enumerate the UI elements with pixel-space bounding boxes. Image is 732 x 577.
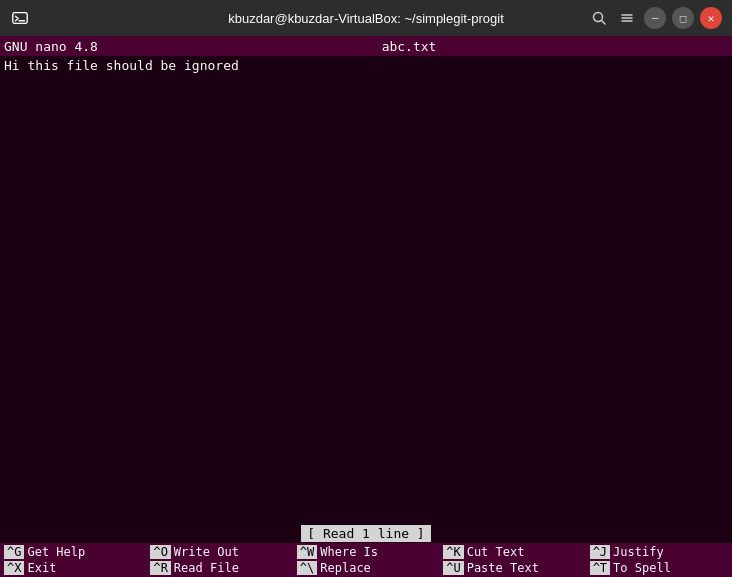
- title-bar-left: [10, 8, 30, 28]
- shortcut-row-2: ^X Exit ^R Read File ^\ Replace ^U Paste…: [0, 560, 732, 576]
- shortcut-label-read-file: Read File: [174, 561, 239, 575]
- close-button[interactable]: ✕: [700, 7, 722, 29]
- shortcut-label-to-spell: To Spell: [613, 561, 671, 575]
- terminal-window: kbuzdar@kbuzdar-VirtualBox: ~/simplegit-…: [0, 0, 732, 577]
- shortcut-key-to-spell: ^T: [590, 561, 610, 575]
- maximize-button[interactable]: □: [672, 7, 694, 29]
- nano-content-area[interactable]: Hi this file should be ignored: [0, 56, 732, 523]
- shortcut-key-read-file: ^R: [150, 561, 170, 575]
- window-title: kbuzdar@kbuzdar-VirtualBox: ~/simplegit-…: [228, 11, 504, 26]
- shortcut-row-1: ^G Get Help ^O Write Out ^W Where Is ^K …: [0, 544, 732, 560]
- menu-button[interactable]: [616, 7, 638, 29]
- shortcut-label-paste-text: Paste Text: [467, 561, 539, 575]
- shortcut-label-justify: Justify: [613, 545, 664, 559]
- shortcut-label-cut-text: Cut Text: [467, 545, 525, 559]
- shortcut-key-exit: ^X: [4, 561, 24, 575]
- svg-line-3: [602, 21, 606, 25]
- shortcut-bar: ^G Get Help ^O Write Out ^W Where Is ^K …: [0, 543, 732, 577]
- shortcut-label-get-help: Get Help: [27, 545, 85, 559]
- status-message: [ Read 1 line ]: [301, 525, 430, 542]
- shortcut-paste-text: ^U Paste Text: [439, 560, 585, 576]
- shortcut-key-write-out: ^O: [150, 545, 170, 559]
- shortcut-cut-text: ^K Cut Text: [439, 544, 585, 560]
- title-bar: kbuzdar@kbuzdar-VirtualBox: ~/simplegit-…: [0, 0, 732, 36]
- shortcut-where-is: ^W Where Is: [293, 544, 439, 560]
- window-controls: ─ □ ✕: [588, 7, 722, 29]
- shortcut-read-file: ^R Read File: [146, 560, 292, 576]
- shortcut-label-where-is: Where Is: [320, 545, 378, 559]
- nano-filename: abc.txt: [382, 39, 437, 54]
- shortcut-get-help: ^G Get Help: [0, 544, 146, 560]
- minimize-button[interactable]: ─: [644, 7, 666, 29]
- shortcut-label-replace: Replace: [320, 561, 371, 575]
- content-line-1: Hi this file should be ignored: [4, 58, 728, 73]
- search-button[interactable]: [588, 7, 610, 29]
- shortcut-exit: ^X Exit: [0, 560, 146, 576]
- shortcut-replace: ^\ Replace: [293, 560, 439, 576]
- shortcut-key-paste-text: ^U: [443, 561, 463, 575]
- shortcut-label-write-out: Write Out: [174, 545, 239, 559]
- shortcut-to-spell: ^T To Spell: [586, 560, 732, 576]
- shortcut-key-cut-text: ^K: [443, 545, 463, 559]
- shortcut-label-exit: Exit: [27, 561, 56, 575]
- nano-header: GNU nano 4.8 abc.txt: [0, 36, 732, 56]
- nano-header-right: [720, 39, 728, 54]
- shortcut-key-get-help: ^G: [4, 545, 24, 559]
- nano-version: GNU nano 4.8: [4, 39, 98, 54]
- shortcut-key-replace: ^\: [297, 561, 317, 575]
- shortcut-key-justify: ^J: [590, 545, 610, 559]
- terminal-icon: [10, 8, 30, 28]
- shortcut-justify: ^J Justify: [586, 544, 732, 560]
- svg-rect-0: [13, 13, 27, 24]
- status-bar: [ Read 1 line ]: [0, 523, 732, 543]
- shortcut-key-where-is: ^W: [297, 545, 317, 559]
- shortcut-write-out: ^O Write Out: [146, 544, 292, 560]
